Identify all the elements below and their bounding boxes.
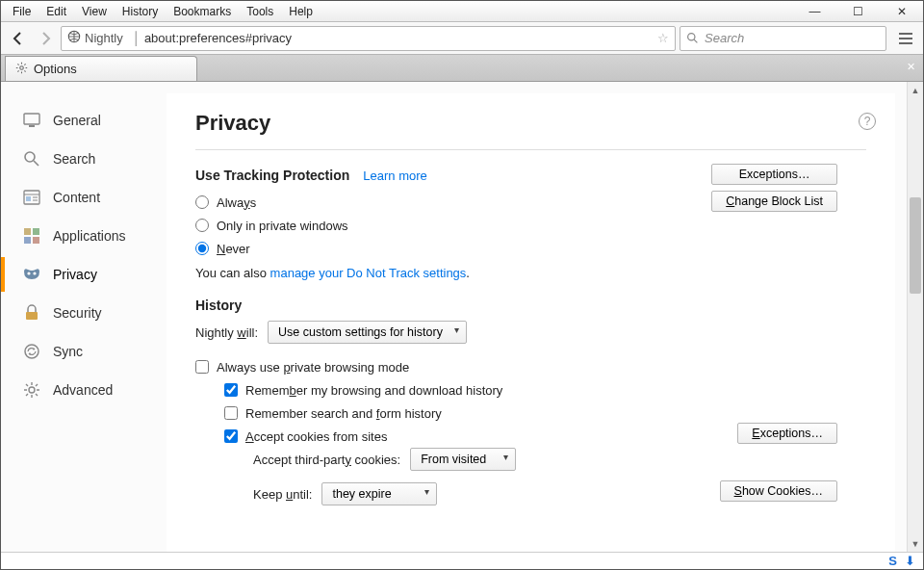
- svg-point-20: [25, 345, 38, 358]
- dnt-note-prefix: You can also: [195, 266, 270, 280]
- svg-rect-4: [24, 114, 39, 124]
- category-security[interactable]: Security: [1, 294, 155, 332]
- menu-edit[interactable]: Edit: [38, 3, 74, 20]
- tracking-learn-more-link[interactable]: Learn more: [363, 168, 426, 183]
- tracking-exceptions-button[interactable]: Exceptions…: [711, 164, 837, 185]
- category-label: Content: [53, 190, 100, 205]
- remember-search-label: Remember search and form history: [245, 406, 442, 421]
- accept-cookies-checkbox[interactable]: [224, 429, 238, 443]
- history-will-label: Nightly will:: [195, 325, 258, 340]
- nav-toolbar: Nightly │ about:preferences#privacy ☆ Se…: [1, 22, 923, 55]
- menu-tools[interactable]: Tools: [239, 3, 281, 20]
- tracking-private-radio[interactable]: [195, 219, 209, 232]
- history-heading: History: [195, 298, 242, 313]
- gear-icon: [15, 62, 28, 77]
- window-maximize-button[interactable]: ☐: [836, 1, 880, 22]
- svg-rect-5: [29, 125, 35, 127]
- category-general[interactable]: General: [1, 101, 155, 140]
- identity-box[interactable]: Nightly: [67, 26, 129, 51]
- menu-help[interactable]: Help: [281, 3, 321, 20]
- menu-view[interactable]: View: [74, 3, 115, 20]
- svg-point-21: [29, 387, 35, 393]
- window-minimize-button[interactable]: —: [793, 1, 836, 22]
- category-label: Sync: [53, 344, 83, 359]
- svg-point-1: [688, 34, 695, 40]
- forward-button[interactable]: [34, 27, 57, 50]
- scroll-thumb[interactable]: [910, 197, 921, 294]
- search-icon: [686, 32, 699, 44]
- category-label: Applications: [53, 228, 126, 244]
- sync-icon: [22, 342, 41, 361]
- category-label: Search: [53, 151, 95, 167]
- svg-rect-10: [26, 196, 31, 201]
- category-privacy[interactable]: Privacy: [1, 255, 155, 294]
- accept-cookies-label: Accept cookies from sites: [245, 429, 387, 444]
- menu-bookmarks[interactable]: Bookmarks: [166, 3, 239, 20]
- category-applications[interactable]: Applications: [1, 217, 155, 255]
- url-text: about:preferences#privacy: [144, 31, 292, 45]
- svg-point-17: [27, 272, 30, 274]
- tracking-always-radio[interactable]: [195, 195, 209, 209]
- tracking-always-label: Always: [217, 195, 256, 210]
- svg-rect-19: [26, 312, 38, 320]
- svg-rect-15: [24, 237, 31, 244]
- vertical-scrollbar[interactable]: ▲ ▼: [907, 82, 923, 552]
- third-party-label: Accept third-party cookies:: [253, 453, 400, 467]
- private-browsing-label: Always use private browsing mode: [217, 360, 409, 375]
- category-label: General: [53, 113, 101, 128]
- status-s-icon[interactable]: S: [888, 554, 897, 568]
- page-title: Privacy: [195, 111, 866, 136]
- svg-rect-14: [33, 228, 39, 235]
- menu-history[interactable]: History: [115, 3, 166, 20]
- window-close-button[interactable]: ✕: [880, 1, 923, 22]
- remember-search-checkbox[interactable]: [224, 406, 238, 420]
- content-icon: [22, 188, 41, 207]
- category-content[interactable]: Content: [1, 178, 155, 217]
- svg-point-18: [33, 272, 36, 274]
- change-blocklist-button[interactable]: Change Block List: [711, 191, 837, 212]
- tracking-never-radio[interactable]: [195, 242, 209, 255]
- dnt-settings-link[interactable]: manage your Do Not Track settings: [270, 266, 467, 280]
- tab-options[interactable]: Options: [5, 56, 197, 81]
- keep-until-label: Keep until:: [253, 487, 312, 502]
- preferences-main-panel: ? Privacy Exceptions… Change Block List …: [167, 93, 895, 552]
- svg-point-3: [20, 65, 24, 69]
- tracking-private-label: Only in private windows: [217, 219, 348, 233]
- svg-rect-13: [24, 228, 31, 235]
- back-button[interactable]: [7, 27, 30, 50]
- mask-icon: [22, 265, 41, 284]
- menu-file[interactable]: File: [5, 3, 38, 20]
- category-advanced[interactable]: Advanced: [1, 371, 155, 409]
- remember-browsing-checkbox[interactable]: [224, 383, 238, 397]
- category-label: Security: [53, 305, 102, 321]
- apps-icon: [22, 226, 41, 246]
- download-arrow-icon[interactable]: ⬇: [905, 554, 915, 568]
- preferences-category-list: General Search Content Applications Priv…: [1, 82, 155, 552]
- category-search[interactable]: Search: [1, 140, 155, 178]
- tab-strip: Options ✕: [1, 55, 923, 82]
- category-label: Advanced: [53, 382, 113, 398]
- category-sync[interactable]: Sync: [1, 332, 155, 371]
- bookmark-star-icon[interactable]: ☆: [657, 31, 669, 45]
- keep-until-select[interactable]: they expire: [321, 482, 437, 505]
- scroll-up-arrow[interactable]: ▲: [908, 82, 923, 98]
- tabs-close-icon[interactable]: ✕: [907, 61, 915, 73]
- tab-label: Options: [34, 62, 77, 76]
- url-bar[interactable]: Nightly │ about:preferences#privacy ☆: [61, 26, 676, 51]
- scroll-down-arrow[interactable]: ▼: [908, 535, 923, 552]
- lock-icon: [22, 303, 41, 323]
- hamburger-menu-button[interactable]: [894, 27, 917, 50]
- status-bar: S ⬇: [1, 552, 923, 569]
- history-mode-select[interactable]: Use custom settings for history: [268, 321, 467, 344]
- show-cookies-button[interactable]: Show Cookies…: [720, 480, 837, 502]
- svg-line-2: [694, 39, 697, 42]
- help-icon[interactable]: ?: [859, 113, 876, 130]
- third-party-cookies-select[interactable]: From visited: [410, 448, 516, 471]
- category-label: Privacy: [53, 267, 97, 282]
- private-browsing-checkbox[interactable]: [195, 360, 209, 374]
- menubar: File Edit View History Bookmarks Tools H…: [1, 1, 923, 22]
- search-bar[interactable]: Search: [680, 26, 886, 51]
- cookies-exceptions-button[interactable]: Exceptions…: [737, 423, 837, 444]
- gear-icon: [22, 380, 41, 400]
- tracking-heading: Use Tracking Protection: [195, 168, 349, 183]
